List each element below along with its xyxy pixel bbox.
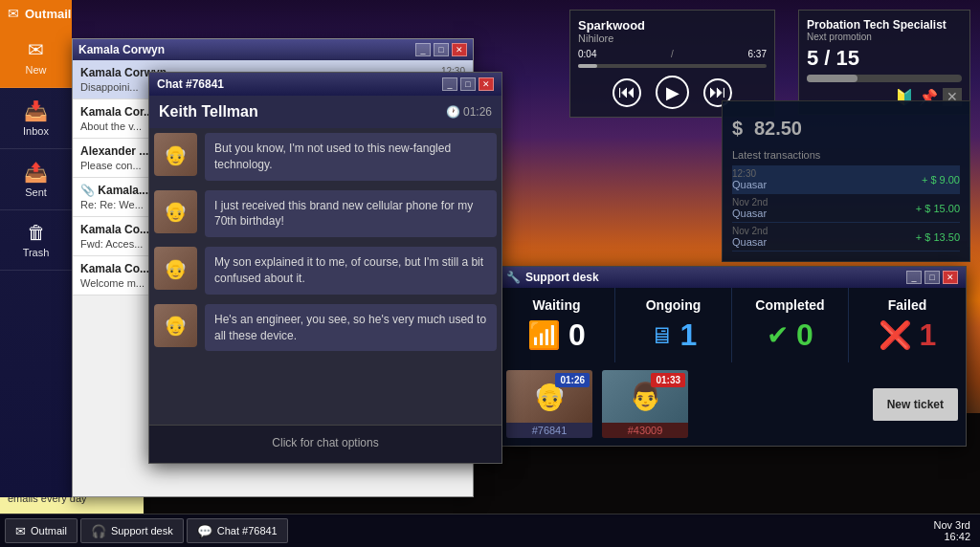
stat-completed: Completed ✔ 0 [732, 288, 849, 362]
music-prev-button[interactable]: ⏮ [612, 78, 641, 107]
trash-icon: 🗑 [27, 222, 46, 244]
support-icon: 🔧 [506, 271, 521, 284]
chat-message-2: 👴 My son explained it to me, of course, … [154, 247, 497, 295]
music-progress-bar[interactable] [578, 64, 767, 68]
taskbar: ✉ Outmail 🎧 Support desk 💬 Chat #76841 N… [0, 514, 980, 547]
chat-avatar-3: 👴 [154, 304, 197, 347]
chat-header: Keith Tellman 🕐 01:26 [149, 96, 501, 128]
transaction-row-0: 12:30 Quasar + $ 9.00 [732, 165, 960, 194]
stat-waiting-area: 📶 0 [506, 317, 607, 353]
email-from-4: Kamala Co... [80, 223, 149, 236]
taskbar-outmail-icon: ✉ [15, 524, 26, 538]
job-widget: Probation Tech Specialist Next promotion… [798, 10, 970, 115]
ticket-card-1[interactable]: 👨 01:33 #43009 [602, 370, 688, 438]
wifi-icon: 📶 [527, 319, 561, 351]
transaction-row-1: Nov 2nd Quasar + $ 15.00 [732, 194, 960, 223]
chat-messages-area: 👴 But you know, I'm not used to this new… [149, 128, 501, 425]
ticket-card-0[interactable]: 👴 01:26 #76841 [506, 370, 592, 438]
email-window-controls: _ □ ✕ [415, 43, 467, 56]
chat-window-title: Chat #76841 [157, 77, 224, 91]
taskbar-date: Nov 3rd [933, 519, 970, 531]
chat-maximize-button[interactable]: □ [460, 77, 476, 91]
sidebar-item-inbox[interactable]: 📥 Inbox [0, 88, 72, 149]
support-minimize-button[interactable]: _ [906, 271, 922, 284]
checkmark-icon: ✔ [767, 319, 789, 351]
chat-header-time: 🕐 01:26 [446, 105, 492, 119]
music-progress-fill [578, 64, 597, 68]
chat-avatar-2: 👴 [154, 247, 197, 290]
support-tickets-row: 👴 01:26 #76841 👨 01:33 #43009 New ticket [499, 362, 966, 446]
transaction-date-2: Nov 2nd [732, 226, 768, 236]
email-window-title: Kamala Corwyn [78, 43, 165, 56]
chat-bubble-3: He's an engineer, you see, so he's very … [205, 304, 497, 352]
music-play-button[interactable]: ▶ [656, 76, 689, 109]
money-amount: $ 82.50 [732, 111, 960, 142]
chat-bubble-2: My son explained it to me, of course, bu… [205, 247, 497, 295]
new-ticket-button[interactable]: New ticket [873, 388, 958, 421]
chat-message-1: 👴 I just received this brand new cellula… [154, 190, 497, 238]
chat-minimize-button[interactable]: _ [442, 77, 457, 91]
support-titlebar: 🔧 Support desk _ □ ✕ [499, 267, 966, 288]
support-close-button[interactable]: ✕ [943, 271, 958, 284]
chat-message-0: 👴 But you know, I'm not used to this new… [154, 133, 497, 181]
transaction-name-1: Quasar [732, 208, 768, 219]
job-level-row: 5 / 15 [807, 46, 962, 71]
music-time-separator: / [671, 49, 674, 59]
email-minimize-button[interactable]: _ [415, 43, 431, 56]
outmail-title: Outmail [25, 7, 71, 21]
chat-avatar-0: 👴 [154, 133, 197, 176]
stat-completed-count: 0 [796, 317, 813, 353]
chat-titlebar: Chat #76841 _ □ ✕ [149, 73, 501, 96]
ticket-badge-0: 01:26 [555, 373, 590, 387]
support-maximize-button[interactable]: □ [924, 271, 940, 284]
stat-failed-area: ❌ 1 [857, 317, 958, 353]
email-from-2: Alexander ... [80, 144, 148, 158]
transaction-amount-1: + $ 15.00 [916, 203, 960, 214]
stat-failed-label: Failed [857, 297, 958, 313]
sent-icon: 📤 [24, 161, 48, 184]
stat-ongoing-count: 1 [680, 317, 698, 353]
stat-waiting-count: 0 [568, 317, 586, 353]
transaction-name-0: Quasar [732, 179, 767, 190]
transaction-date-1: Nov 2nd [732, 197, 768, 208]
job-title: Probation Tech Specialist [807, 18, 962, 32]
chat-bubble-1: I just received this brand new cellular … [205, 190, 497, 238]
new-mail-icon: ✉ [28, 38, 44, 61]
taskbar-time: 16:42 [933, 531, 970, 542]
email-from-3: 📎 Kamala... [80, 184, 148, 197]
stat-completed-area: ✔ 0 [740, 317, 840, 353]
taskbar-clock: Nov 3rd 16:42 [933, 519, 975, 542]
taskbar-chat-label: Chat #76841 [217, 525, 278, 536]
email-maximize-button[interactable]: □ [434, 43, 449, 56]
sidebar-item-trash[interactable]: 🗑 Trash [0, 210, 72, 271]
support-widget: 🔧 Support desk _ □ ✕ Waiting 📶 0 Ongoing… [498, 266, 967, 447]
email-close-button[interactable]: ✕ [452, 43, 467, 56]
support-title: 🔧 Support desk [506, 271, 599, 284]
stat-failed-count: 1 [920, 317, 937, 353]
music-time-row: 0:04 / 6:37 [578, 49, 767, 59]
stat-ongoing-label: Ongoing [623, 297, 724, 313]
x-icon: ❌ [879, 319, 912, 351]
taskbar-button-chat[interactable]: 💬 Chat #76841 [187, 518, 288, 543]
email-from-1: Kamala Cor... [80, 105, 153, 119]
taskbar-button-support[interactable]: 🎧 Support desk [80, 518, 184, 543]
taskbar-button-outmail[interactable]: ✉ Outmail [5, 518, 78, 543]
email-titlebar: Kamala Corwyn _ □ ✕ [73, 39, 473, 60]
transaction-row-2: Nov 2nd Quasar + $ 13.50 [732, 223, 960, 252]
money-label: Latest transactions [732, 149, 960, 161]
job-progress-bar [807, 75, 962, 82]
sidebar-item-sent[interactable]: 📤 Sent [0, 149, 72, 210]
chat-close-button[interactable]: ✕ [479, 77, 494, 91]
sidebar-inbox-label: Inbox [23, 125, 49, 137]
stat-ongoing-area: 🖥 1 [623, 317, 724, 353]
stat-completed-label: Completed [740, 297, 840, 313]
job-subtitle: Next promotion [807, 32, 962, 42]
ticket-id-0: #76841 [506, 423, 592, 438]
outmail-sidebar: ✉ Outmail ✉ New 📥 Inbox 📤 Sent 🗑 Trash [0, 0, 72, 497]
chat-options-button[interactable]: Click for chat options [149, 425, 501, 458]
outmail-header: ✉ Outmail [0, 0, 72, 27]
sidebar-item-new[interactable]: ✉ New [0, 27, 72, 88]
chat-contact-name: Keith Tellman [159, 103, 258, 120]
sidebar-sent-label: Sent [25, 186, 47, 198]
chat-avatar-1: 👴 [154, 190, 197, 233]
